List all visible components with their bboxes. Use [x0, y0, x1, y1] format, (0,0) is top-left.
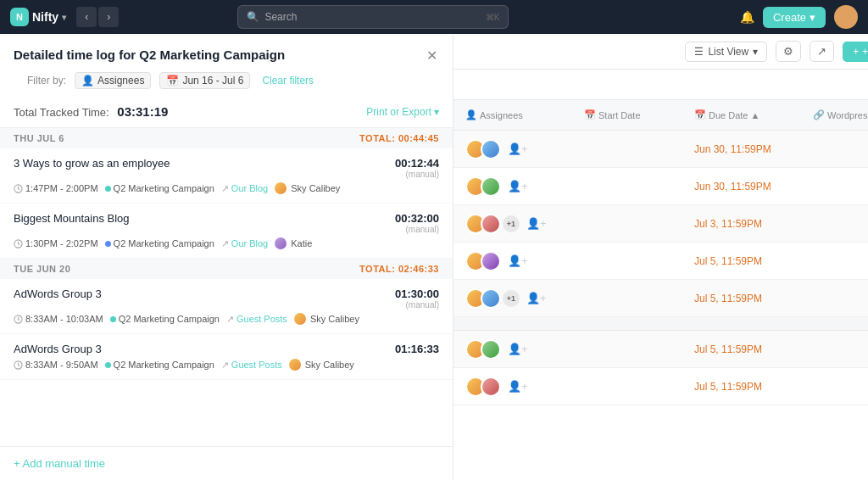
assignees-col-label: Assignees	[480, 110, 523, 120]
project-dot	[105, 241, 111, 247]
logo-icon: N	[10, 8, 29, 26]
date-range-filter[interactable]: 📅 Jun 16 - Jul 6	[159, 72, 250, 89]
col-wordpress-url-header: 🔗 Wordpress URL	[813, 109, 868, 120]
assignee-chip: Sky Calibey	[275, 182, 340, 194]
cell-due-date: Jul 5, 11:59PM	[694, 255, 813, 267]
cell-assignees: +1👤+	[465, 214, 584, 234]
table-row: +1👤+ Jul 3, 11:59PM	[453, 205, 868, 243]
clock-icon	[14, 239, 23, 248]
entry-name: Biggest Mountains Blog	[14, 212, 130, 225]
app-logo[interactable]: N Nifty ▾	[10, 8, 66, 26]
right-panel: ☰ List View ▾ ⚙ ↗ + + Add Task/Status/Li…	[453, 34, 868, 480]
avatar-group: +1	[465, 214, 520, 234]
link-icon: ↗	[226, 314, 234, 325]
project-dot	[110, 316, 116, 322]
add-assignee-button[interactable]: 👤+	[526, 217, 547, 230]
assignees-filter-icon: 👤	[81, 75, 94, 87]
link-icon: ↗	[221, 238, 229, 249]
cell-due-date: Jul 3, 11:59PM	[694, 218, 813, 230]
table-row: 👤+ Jun 30, 11:59PM	[453, 168, 868, 205]
add-manual-time-button[interactable]: + Add manual time	[0, 446, 453, 480]
list-view-button[interactable]: ☰ List View ▾	[685, 42, 767, 62]
add-task-label: + Add Task/Status/List	[862, 46, 868, 58]
total-tracked-label: Total Tracked Time:	[14, 106, 109, 119]
add-assignee-button[interactable]: 👤+	[526, 292, 547, 304]
create-button[interactable]: Create ▾	[763, 7, 826, 28]
avatar-group	[465, 339, 501, 360]
create-chevron-icon: ▾	[810, 11, 815, 24]
assignee-avatar	[294, 313, 306, 325]
avatar-plus: +1	[503, 215, 520, 232]
user-avatar[interactable]	[834, 5, 858, 29]
entry-time: 00:12:44	[395, 157, 439, 170]
bell-icon[interactable]: 🔔	[740, 10, 754, 24]
add-assignee-button[interactable]: 👤+	[508, 180, 528, 193]
share-button[interactable]: ↗	[810, 41, 834, 62]
log-entry-top: Biggest Mountains Blog 00:32:00 (manual)	[14, 212, 439, 234]
date-range-label: Jun 16 - Jul 6	[182, 75, 243, 87]
log-entry-top: AdWords Group 3 01:16:33	[14, 343, 439, 355]
nav-right: 🔔 Create ▾	[740, 5, 858, 29]
time-range: 1:30PM - 2:02PM	[14, 238, 98, 248]
table-body: 👤+ Jun 30, 11:59PM 👤+ Jun 30, 11:59PM +1…	[453, 131, 868, 480]
nav-arrows: ‹ ›	[76, 7, 119, 27]
print-export-button[interactable]: Print or Export ▾	[366, 106, 439, 118]
avatar	[481, 214, 501, 234]
link-label: Our Blog	[231, 183, 268, 193]
top-nav: N Nifty ▾ ‹ › 🔍 Search ⌘K 🔔 Create ▾	[0, 0, 868, 34]
project-chip: Q2 Marketing Campaign	[110, 314, 220, 324]
total-tracked-left: Total Tracked Time: 03:31:19	[14, 104, 168, 119]
add-task-icon: +	[853, 46, 859, 58]
assignee-chip: Sky Calibey	[289, 359, 354, 371]
table-row: 👤+ Jul 5, 11:59PM	[453, 331, 868, 368]
log-entry-meta: 1:30PM - 2:02PM Q2 Marketing Campaign ↗ …	[14, 237, 439, 249]
list-view-chevron-icon: ▾	[753, 46, 758, 58]
day-label: THU JUL 6	[14, 133, 64, 143]
entry-manual: (manual)	[395, 225, 439, 234]
add-assignee-button[interactable]: 👤+	[508, 380, 528, 393]
log-entry-top: 3 Ways to grow as an employee 00:12:44 (…	[14, 157, 439, 179]
time-log-content: THU JUL 6TOTAL: 00:44:45 3 Ways to grow …	[0, 128, 453, 446]
clear-filters-button[interactable]: Clear filters	[262, 75, 314, 87]
cell-assignees: 👤+	[465, 377, 584, 397]
add-assignee-button[interactable]: 👤+	[508, 254, 528, 267]
avatar-plus: +1	[503, 290, 520, 307]
log-entry: Biggest Mountains Blog 00:32:00 (manual)…	[0, 204, 453, 259]
due-date-label: Due Date	[709, 110, 748, 120]
settings-button[interactable]: ⚙	[776, 41, 801, 62]
add-assignee-button[interactable]: 👤+	[508, 343, 528, 355]
link-chip: ↗ Guest Posts	[226, 314, 287, 325]
assignees-filter[interactable]: 👤 Assignees	[75, 72, 151, 89]
table-row: 👤+ Jul 5, 11:59PM	[453, 368, 868, 405]
day-header: THU JUL 6TOTAL: 00:44:45	[0, 128, 453, 148]
link-label: Our Blog	[231, 238, 268, 248]
col-due-date-header[interactable]: 📅 Due Date ▲	[694, 109, 813, 120]
table-header: 👤 Assignees 📅 Start Date 📅 Due Date ▲ 🔗 …	[453, 100, 868, 131]
avatar	[481, 377, 501, 397]
entry-name: 3 Ways to grow as an employee	[14, 157, 170, 170]
entry-manual: (manual)	[395, 300, 439, 310]
cell-due-date: Jul 5, 11:59PM	[694, 343, 813, 355]
nav-back-button[interactable]: ‹	[76, 7, 97, 27]
start-date-label: Start Date	[598, 110, 641, 120]
add-task-button[interactable]: + + Add Task/Status/List	[843, 42, 868, 62]
time-log-modal: Detailed time log for Q2 Marketing Campa…	[0, 34, 453, 480]
search-bar[interactable]: 🔍 Search ⌘K	[237, 5, 509, 29]
time-range: 8:33AM - 10:03AM	[14, 314, 103, 324]
total-tracked-time: 03:31:19	[117, 104, 168, 119]
log-entry: AdWords Group 3 01:30:00 (manual) 8:33AM…	[0, 279, 453, 334]
cell-assignees: 👤+	[465, 339, 584, 360]
add-assignee-button[interactable]: 👤+	[508, 142, 528, 155]
project-chip: Q2 Marketing Campaign	[105, 183, 214, 193]
nav-forward-button[interactable]: ›	[98, 7, 119, 27]
day-total: TOTAL: 02:46:33	[359, 264, 439, 274]
entry-name: AdWords Group 3	[14, 287, 102, 300]
link-chip: ↗ Our Blog	[221, 183, 268, 194]
avatar	[481, 339, 501, 360]
table-row: +1👤+ Jul 5, 11:59PM	[453, 280, 868, 317]
entry-time-block: 01:16:33	[395, 343, 439, 355]
link-chip: ↗ Our Blog	[221, 238, 268, 249]
day-total: TOTAL: 00:44:45	[359, 133, 439, 143]
create-label: Create	[773, 11, 806, 24]
close-button[interactable]: ✕	[422, 46, 441, 64]
